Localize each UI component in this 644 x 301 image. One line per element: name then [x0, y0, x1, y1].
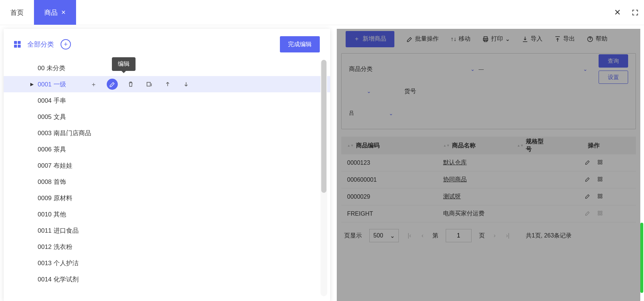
all-categories-label[interactable]: 全部分类: [27, 40, 54, 49]
page-scrollbar[interactable]: [640, 223, 643, 293]
category-node[interactable]: 0011 进口食品: [38, 222, 330, 239]
category-node[interactable]: 0010 其他: [38, 206, 330, 222]
modal-backdrop[interactable]: [337, 29, 640, 301]
category-label: 0011 进口食品: [38, 226, 79, 235]
category-label: 0013 个人护洁: [38, 259, 79, 267]
category-label: 0003 南昌门店商品: [38, 129, 91, 137]
category-label: 0007 布娃娃: [38, 161, 72, 170]
category-label: 0008 首饰: [38, 178, 66, 186]
close-all-icon[interactable]: ✕: [609, 0, 626, 25]
category-label: 0005 文具: [38, 113, 66, 121]
category-label: 0006 茶具: [38, 145, 66, 154]
category-label: 0004 手串: [38, 96, 66, 105]
category-node[interactable]: 00 未分类: [38, 60, 330, 76]
category-label: 0010 其他: [38, 210, 66, 219]
category-label: 0001 一级: [38, 80, 66, 89]
scrollbar-thumb[interactable]: [321, 60, 326, 193]
caret-right-icon: ▶: [30, 82, 34, 87]
move-down-icon[interactable]: [181, 79, 192, 90]
category-label: 00 未分类: [38, 64, 65, 72]
move-up-icon[interactable]: [162, 79, 173, 90]
tab-product[interactable]: 商品 ×: [34, 0, 76, 25]
grid-icon: [14, 41, 21, 48]
edit-icon[interactable]: [107, 79, 118, 90]
category-label: 0014 化学试剂: [38, 275, 79, 284]
category-tree: 00 未分类▶0001 一级＋0004 手串0005 文具0003 南昌门店商品…: [4, 60, 330, 296]
tab-bar: 首页 商品 × ✕: [0, 0, 644, 25]
tooltip: 编辑: [112, 57, 136, 71]
category-node[interactable]: 0005 文具: [38, 109, 330, 125]
fullscreen-icon[interactable]: [626, 0, 644, 25]
close-icon[interactable]: ×: [61, 8, 66, 17]
category-label: 0012 洗衣粉: [38, 243, 72, 251]
category-node[interactable]: ▶0001 一级＋: [4, 76, 330, 92]
add-child-icon[interactable]: ＋: [88, 79, 99, 90]
category-label: 0009 原材料: [38, 194, 72, 202]
category-node[interactable]: 0012 洗衣粉: [38, 239, 330, 255]
category-node[interactable]: 0006 茶具: [38, 141, 330, 157]
category-node[interactable]: 0013 个人护洁: [38, 255, 330, 271]
done-edit-button[interactable]: 完成编辑: [280, 36, 320, 52]
category-node[interactable]: 0003 南昌门店商品: [38, 125, 330, 141]
category-node[interactable]: 0004 手串: [38, 92, 330, 109]
move-to-icon[interactable]: [144, 79, 155, 90]
delete-icon[interactable]: [125, 79, 136, 90]
tab-home[interactable]: 首页: [0, 0, 34, 25]
category-node[interactable]: 0007 布娃娃: [38, 157, 330, 174]
tab-product-label: 商品: [44, 8, 58, 17]
category-node[interactable]: 0014 化学试剂: [38, 271, 330, 287]
add-category-button[interactable]: +: [61, 39, 71, 49]
scrollbar-track[interactable]: [321, 60, 327, 296]
category-node[interactable]: 0009 原材料: [38, 190, 330, 206]
category-node[interactable]: 0008 首饰: [38, 174, 330, 190]
category-editor-panel: 全部分类 + 完成编辑 00 未分类▶0001 一级＋0004 手串0005 文…: [4, 29, 330, 301]
svg-rect-20: [147, 82, 150, 86]
